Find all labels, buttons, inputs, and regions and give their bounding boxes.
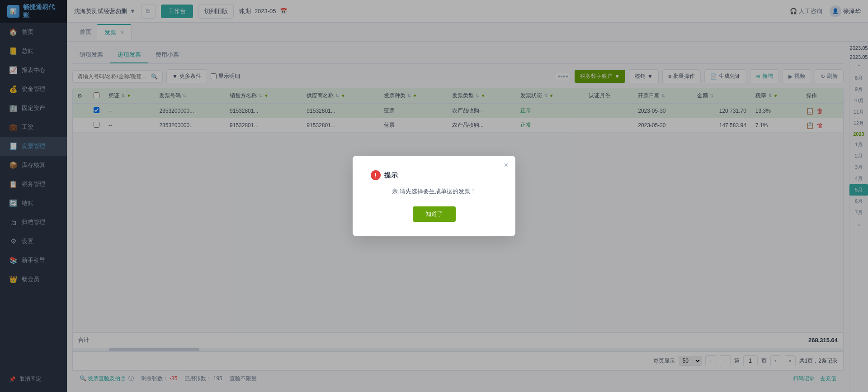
modal-title: ! 提示 bbox=[371, 170, 497, 180]
modal-close-button[interactable]: × bbox=[504, 161, 508, 169]
modal-ok-button[interactable]: 知道了 bbox=[413, 206, 456, 222]
modal-warning-icon: ! bbox=[371, 170, 381, 180]
modal-box: × ! 提示 亲,请先选择要生成单据的发票！ 知道了 bbox=[353, 156, 515, 236]
modal-overlay[interactable]: × ! 提示 亲,请先选择要生成单据的发票！ 知道了 bbox=[0, 0, 868, 392]
modal-title-text: 提示 bbox=[384, 171, 398, 180]
modal-message: 亲,请先选择要生成单据的发票！ bbox=[371, 187, 497, 196]
